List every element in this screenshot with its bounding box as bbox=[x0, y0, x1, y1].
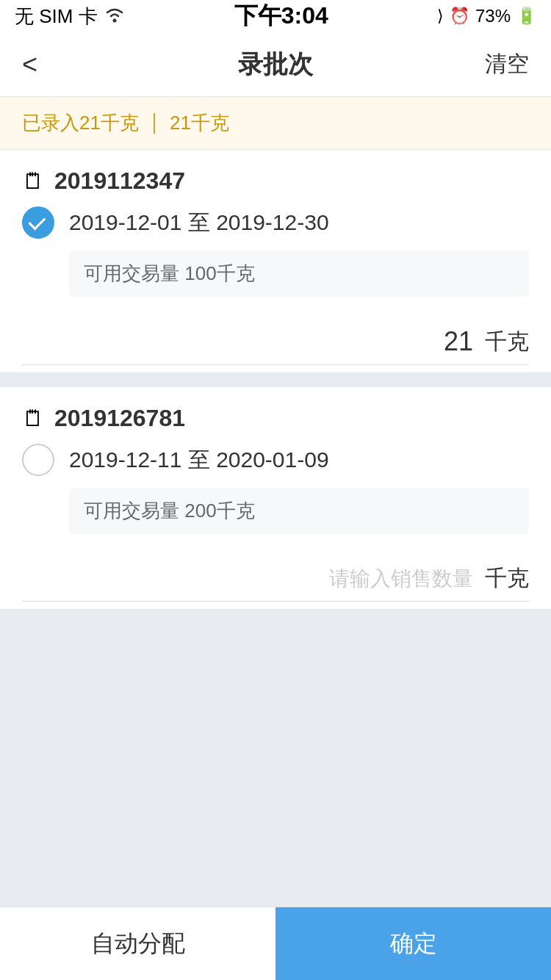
batch2-header: 🗒 2019126781 bbox=[22, 405, 529, 432]
batch2-row[interactable]: 2019-12-11 至 2020-01-09 bbox=[22, 444, 529, 476]
status-left: 无 SIM 卡 bbox=[15, 4, 126, 29]
batch1-id: 2019112347 bbox=[54, 167, 185, 195]
svg-point-0 bbox=[112, 18, 116, 22]
batch1-header: 🗒 2019112347 bbox=[22, 167, 529, 195]
batch1-avail: 可用交易量 100千克 bbox=[69, 251, 529, 297]
batch2-input-row[interactable]: 请输入销售数量 千克 bbox=[22, 559, 529, 598]
back-button[interactable]: < bbox=[22, 49, 66, 80]
auto-distribute-label: 自动分配 bbox=[91, 928, 185, 960]
batch2-avail: 可用交易量 200千克 bbox=[69, 488, 529, 534]
battery-icon: 🔋 bbox=[516, 7, 536, 26]
alarm-icon: ⏰ bbox=[450, 7, 469, 26]
batch1-date: 2019-12-01 至 2019-12-30 bbox=[69, 208, 329, 238]
batch1-radio[interactable] bbox=[22, 206, 54, 239]
auto-distribute-button[interactable]: 自动分配 bbox=[0, 907, 276, 980]
clear-button[interactable]: 清空 bbox=[485, 49, 529, 79]
doc-icon-2: 🗒 bbox=[22, 406, 44, 431]
status-right: ⟩ ⏰ 73% 🔋 bbox=[437, 6, 536, 26]
location-icon: ⟩ bbox=[437, 7, 444, 26]
batch2-date: 2019-12-11 至 2020-01-09 bbox=[69, 445, 329, 475]
info-divider bbox=[154, 113, 155, 134]
status-bar: 无 SIM 卡 下午3:04 ⟩ ⏰ 73% 🔋 bbox=[0, 0, 551, 32]
batch1-qty-value: 21 bbox=[444, 326, 473, 357]
batch1-underline bbox=[22, 364, 529, 365]
batch2-input-placeholder: 请输入销售数量 bbox=[329, 565, 473, 593]
info-label2: 21千克 bbox=[170, 110, 229, 136]
batch2-id: 2019126781 bbox=[54, 405, 185, 432]
batch1-row[interactable]: 2019-12-01 至 2019-12-30 bbox=[22, 206, 529, 239]
batch1-qty-container: 21 千克 bbox=[0, 314, 551, 372]
battery-text: 73% bbox=[475, 6, 511, 26]
batch1-qty-row: 21 千克 bbox=[22, 322, 529, 361]
batch2-input-unit: 千克 bbox=[485, 563, 529, 594]
info-banner: 已录入21千克 21千克 bbox=[0, 97, 551, 150]
confirm-label: 确定 bbox=[390, 928, 437, 960]
batch2-radio[interactable] bbox=[22, 444, 54, 476]
carrier-text: 无 SIM 卡 bbox=[15, 4, 98, 29]
bottom-bar: 自动分配 确定 bbox=[0, 907, 551, 980]
info-label1: 已录入21千克 bbox=[22, 110, 139, 136]
batch2-input-container: 请输入销售数量 千克 bbox=[0, 552, 551, 609]
nav-bar: < 录批次 清空 bbox=[0, 32, 551, 97]
time-display: 下午3:04 bbox=[234, 0, 328, 32]
doc-icon-1: 🗒 bbox=[22, 169, 44, 194]
batch1-qty-unit: 千克 bbox=[485, 327, 529, 357]
section-divider bbox=[0, 372, 551, 387]
confirm-button[interactable]: 确定 bbox=[276, 907, 551, 980]
page-title: 录批次 bbox=[238, 48, 313, 82]
batch2-underline bbox=[22, 601, 529, 602]
batch-item-2: 🗒 2019126781 2019-12-11 至 2020-01-09 可用交… bbox=[0, 387, 551, 552]
wifi-icon bbox=[104, 5, 126, 28]
batch-item-1: 🗒 2019112347 2019-12-01 至 2019-12-30 可用交… bbox=[0, 150, 551, 314]
